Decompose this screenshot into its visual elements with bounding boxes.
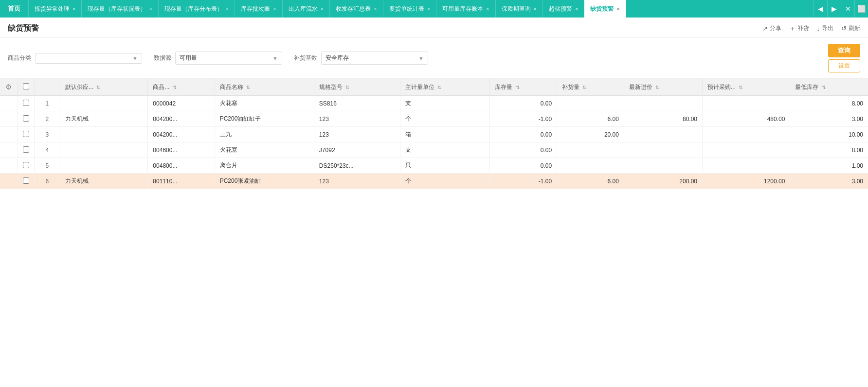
row-replenish-0 [557,96,624,111]
stock-sort-icon[interactable]: ⇅ [516,85,520,90]
nav-tab-label-2: 现存量（库存分布表） [164,5,223,13]
row-checkbox-3[interactable] [23,146,29,153]
nav-tab-1[interactable]: 现存量（库存状况表） × [82,0,158,18]
query-button[interactable]: 查询 [828,44,860,57]
row-supplier-1: 力天机械 [60,111,147,127]
category-filter-group: 商品分类 ▼ [8,53,142,64]
row-unit-1: 个 [400,111,490,127]
datasource-select-value: 可用量 [180,54,197,62]
select-all-checkbox[interactable] [23,83,29,89]
main-content: 缺货预警 ↗ 分享 ＋ 补货 ↓ 导出 ↺ 刷新 商品分类 [0,18,868,387]
page-title: 缺货预警 [8,23,39,34]
nav-tab-close-6[interactable]: × [427,6,430,12]
row-checkbox-1[interactable] [23,115,29,122]
supplier-sort-icon[interactable]: ⇅ [96,85,100,90]
nav-tab-close-0[interactable]: × [72,6,75,12]
nav-tab-label-8: 保质期查询 [502,5,531,13]
nav-tab-10[interactable]: 缺货预警 × [584,0,626,18]
row-name-4: 离合片 [215,158,314,174]
nav-tab-label-4: 出入库流水 [289,5,318,13]
nav-tab-close-3[interactable]: × [273,6,276,12]
replenish-base-filter-group: 补货基数 安全库存 ▼ [294,52,428,65]
est-purchase-sort-icon[interactable]: ⇅ [739,85,742,90]
replenish-button[interactable]: ＋ 补货 [789,24,809,33]
row-settings-cell [0,174,18,189]
row-unit-4: 只 [400,158,490,174]
row-checkbox-0[interactable] [23,100,29,106]
nav-tab-close-5[interactable]: × [374,6,377,12]
unit-sort-icon[interactable]: ⇅ [437,85,441,90]
th-name-label: 商品名称 [220,84,243,90]
export-button[interactable]: ↓ 导出 [817,24,834,33]
row-checkbox-5[interactable] [23,177,29,184]
latest-price-sort-icon[interactable]: ⇅ [655,85,659,90]
row-code-0: 0000042 [148,96,215,111]
refresh-button[interactable]: ↺ 刷新 [841,24,860,33]
nav-maximize-button[interactable]: ⬜ [854,0,868,18]
replenish-base-select[interactable]: 安全库存 ▼ [321,52,428,65]
nav-tab-9[interactable]: 超储预警 × [543,0,584,18]
category-select[interactable]: ▼ [35,53,142,64]
nav-tab-3[interactable]: 库存批次账 × [235,0,282,18]
datasource-chevron-icon: ▼ [272,55,278,61]
row-checkbox-4[interactable] [23,162,29,168]
nav-tab-5[interactable]: 收发存汇总表 × [330,0,383,18]
row-code-4: 004800... [148,158,215,174]
nav-tab-close-2[interactable]: × [226,6,229,12]
row-replenish-3 [557,142,624,158]
row-num-4: 5 [34,158,60,174]
refresh-icon: ↺ [841,25,847,32]
datasource-label: 数据源 [154,54,171,62]
row-supplier-5: 力天机械 [60,174,147,189]
nav-tab-6[interactable]: 要货单统计表 × [383,0,436,18]
code-sort-icon[interactable]: ⇅ [173,85,177,90]
row-replenish-5: 6.00 [557,174,624,189]
row-est-purchase-5: 1200.00 [702,174,790,189]
row-replenish-4 [557,158,624,174]
nav-tab-close-1[interactable]: × [149,6,152,12]
th-spec-label: 规格型号 [319,84,343,90]
nav-tab-7[interactable]: 可用量库存账本 × [436,0,495,18]
nav-home-tab[interactable]: 首页 [0,0,29,18]
nav-close-button[interactable]: ✕ [841,0,854,18]
row-latest-price-2 [624,127,702,142]
th-stock-label: 库存量 [495,84,512,90]
row-name-5: PC200张紧油缸 [215,174,314,189]
row-est-purchase-3 [702,142,790,158]
row-checkbox-2[interactable] [23,131,29,137]
table-row[interactable]: 1 0000042 火花塞 SS816 支 0.00 8.00 [0,96,868,111]
table-row[interactable]: 2 力天机械 004200... PC200油缸缸子 123 个 -1.00 6… [0,111,868,127]
name-sort-icon[interactable]: ⇅ [246,85,250,90]
nav-tab-8[interactable]: 保质期查询 × [496,0,543,18]
nav-tab-close-7[interactable]: × [486,6,489,12]
table-row[interactable]: 5 004800... 离合片 DS250*23c... 只 0.00 1.00 [0,158,868,174]
row-name-3: 火花塞 [215,142,314,158]
replenish-sort-icon[interactable]: ⇅ [582,85,586,90]
nav-tab-close-8[interactable]: × [534,6,537,12]
nav-tab-2[interactable]: 现存量（库存分布表） × [159,0,235,18]
min-stock-sort-icon[interactable]: ⇅ [822,85,826,90]
nav-tab-0[interactable]: 拣货异常处理 × [29,0,82,18]
gear-icon[interactable]: ⚙ [5,83,12,91]
nav-tab-close-4[interactable]: × [321,6,324,12]
top-navigation: 首页 拣货异常处理 × 现存量（库存状况表） × 现存量（库存分布表） × 库存… [0,0,868,18]
row-min-stock-5: 3.00 [790,174,868,189]
table-row[interactable]: 3 004200... 三九 123 箱 0.00 20.00 10.00 [0,127,868,142]
page-header: 缺货预警 ↗ 分享 ＋ 补货 ↓ 导出 ↺ 刷新 [0,18,868,38]
table-row[interactable]: 6 力天机械 801110... PC200张紧油缸 123 个 -1.00 6… [0,174,868,189]
table-row[interactable]: 4 004600... 火花塞 J7092 支 0.00 8.00 [0,142,868,158]
nav-tab-close-10[interactable]: × [616,6,619,12]
datasource-select[interactable]: 可用量 ▼ [175,52,282,65]
row-num-1: 2 [34,111,60,127]
spec-sort-icon[interactable]: ⇅ [345,85,349,90]
nav-next-button[interactable]: ▶ [827,0,841,18]
settings-button[interactable]: 设置 [828,59,860,72]
row-unit-0: 支 [400,96,490,111]
row-num-3: 4 [34,142,60,158]
share-button[interactable]: ↗ 分享 [762,24,781,33]
nav-tab-4[interactable]: 出入库流水 × [283,0,330,18]
nav-prev-button[interactable]: ◀ [814,0,827,18]
nav-tab-label-5: 收发存汇总表 [336,5,371,13]
nav-tab-close-9[interactable]: × [575,6,578,12]
filter-bar: 商品分类 ▼ 数据源 可用量 ▼ 补货基数 安全库存 ▼ 查询 设置 [0,38,868,79]
